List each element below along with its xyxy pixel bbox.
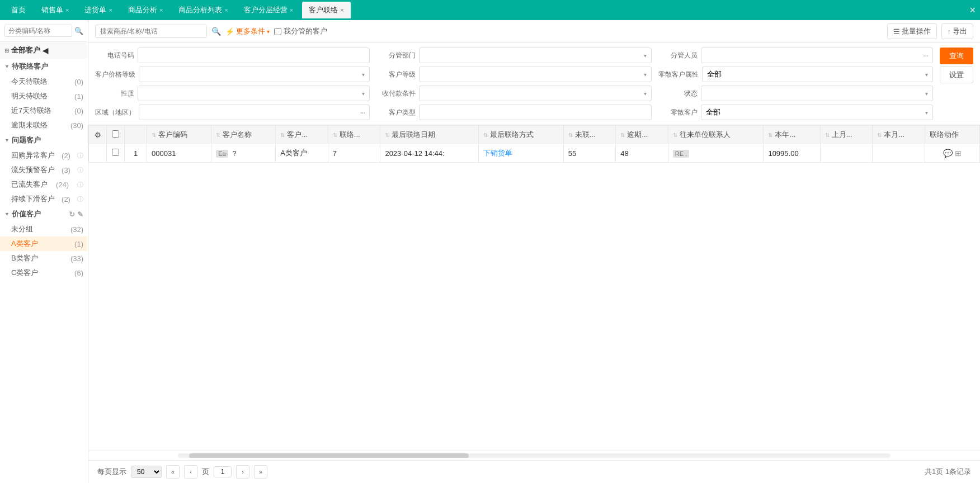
batch-op-button[interactable]: ☰ 批量操作 bbox=[887, 23, 937, 39]
phone-input[interactable] bbox=[138, 48, 370, 63]
no-contact-column-header[interactable]: ⇅未联... bbox=[563, 126, 616, 144]
sidebar-item-c-class[interactable]: C类客户 (6) bbox=[0, 266, 88, 280]
per-page-select[interactable]: 50 20 100 bbox=[131, 466, 162, 478]
sidebar-item-today[interactable]: 今天待联络 (0) bbox=[0, 74, 88, 89]
region-select[interactable]: ··· bbox=[139, 105, 370, 120]
payment-select[interactable]: ▾ bbox=[419, 86, 651, 101]
horizontal-scrollbar[interactable] bbox=[88, 451, 980, 460]
chat-action-icon[interactable]: 💬 bbox=[943, 149, 953, 158]
this-month-column-header[interactable]: ⇅本月... bbox=[873, 126, 925, 144]
sidebar-item-repurchase-abnormal[interactable]: 回购异常客户 (2) ⓘ bbox=[0, 148, 88, 163]
this-year-column-header[interactable]: ⇅本年... bbox=[764, 126, 820, 144]
region-dots: ··· bbox=[360, 108, 365, 117]
unit-contact-column-header[interactable]: ⇅往来单位联系人 bbox=[668, 126, 764, 144]
sidebar-item-ungrouped[interactable]: 未分组 (32) bbox=[0, 222, 88, 236]
refresh-icon[interactable]: ↻ bbox=[69, 210, 75, 219]
close-customer-contact-tab[interactable]: × bbox=[340, 7, 343, 13]
scatter-label: 零散客户 bbox=[658, 108, 698, 117]
sidebar-item-week[interactable]: 近7天待联络 (0) bbox=[0, 103, 88, 118]
filter-row-4: 区域（地区） ··· 客户类型 零散客户 bbox=[95, 105, 933, 120]
main-search-input[interactable] bbox=[95, 25, 207, 38]
manager-select[interactable]: ··· bbox=[701, 48, 933, 63]
export-button[interactable]: ↑ 导出 bbox=[941, 23, 974, 39]
tab-goods-analysis[interactable]: 商品分析 × bbox=[121, 2, 169, 18]
home-tab[interactable]: 首页 bbox=[4, 2, 32, 18]
edit-icon[interactable]: ✎ bbox=[77, 210, 83, 219]
close-sales-tab[interactable]: × bbox=[65, 7, 69, 13]
close-customer-segment-tab[interactable]: × bbox=[290, 7, 293, 13]
next-page-button[interactable]: › bbox=[236, 465, 249, 479]
payment-label: 收付款条件 bbox=[376, 89, 416, 98]
nature-label: 性质 bbox=[95, 89, 134, 98]
dept-label: 分管部门 bbox=[376, 51, 416, 60]
close-purchase-tab[interactable]: × bbox=[109, 7, 112, 13]
nature-select[interactable]: ▾ bbox=[138, 86, 370, 101]
content-area: 🔍 ⚡ 更多条件 ▾ 我分管的客户 ☰ 批量操作 ↑ 导出 bbox=[88, 20, 980, 483]
sidebar-search-input[interactable] bbox=[4, 25, 72, 37]
overdue-column-header[interactable]: ⇅逾期... bbox=[616, 126, 668, 144]
row-select-checkbox[interactable] bbox=[112, 149, 119, 156]
last-page-button[interactable]: » bbox=[254, 465, 267, 479]
last-month-column-header[interactable]: ⇅上月... bbox=[820, 126, 873, 144]
sidebar-item-a-class[interactable]: A类客户 (1) bbox=[0, 236, 88, 251]
filter-field-dept: 分管部门 ▾ bbox=[376, 48, 651, 63]
scatter-attr-select[interactable]: 全部 ▾ bbox=[702, 67, 933, 82]
export-icon: ↑ bbox=[948, 27, 951, 36]
tab-goods-analysis-list[interactable]: 商品分析列表 × bbox=[172, 2, 234, 18]
name-column-header[interactable]: ⇅客户名称 bbox=[211, 126, 276, 144]
sidebar-all-customers[interactable]: ⊞ 全部客户 ◀ bbox=[0, 42, 88, 59]
row-checkbox[interactable] bbox=[107, 144, 125, 163]
sidebar-item-b-class[interactable]: B类客户 (33) bbox=[0, 251, 88, 266]
tab-customer-contact[interactable]: 客户联络 × bbox=[302, 2, 350, 18]
tab-customer-segment[interactable]: 客户分层经营 × bbox=[237, 2, 300, 18]
sidebar-item-churn-warning[interactable]: 流失预警客户 (3) ⓘ bbox=[0, 163, 88, 177]
sidebar-collapse-icon[interactable]: ◀ bbox=[43, 46, 48, 55]
page-number-input[interactable] bbox=[214, 466, 232, 477]
scatter-select[interactable]: 全部 ▾ bbox=[701, 105, 933, 120]
select-all-checkbox[interactable] bbox=[112, 130, 119, 138]
gear-column-header[interactable]: ⚙ bbox=[89, 126, 107, 144]
status-label: 状态 bbox=[658, 89, 698, 98]
customer-level-label: 客户等级 bbox=[376, 70, 416, 79]
price-level-select[interactable]: ▾ bbox=[139, 67, 370, 82]
code-column-header[interactable]: ⇅客户编码 bbox=[147, 126, 211, 144]
tab-purchase[interactable]: 进货单 × bbox=[78, 2, 119, 18]
more-filters-button[interactable]: ⚡ 更多条件 ▾ bbox=[225, 26, 270, 36]
customer-type-input[interactable] bbox=[419, 105, 651, 120]
window-close-button[interactable]: × bbox=[969, 4, 976, 16]
sidebar-group-problem[interactable]: ▼ 问题客户 bbox=[0, 132, 88, 148]
first-page-button[interactable]: « bbox=[166, 465, 180, 479]
sidebar-group-pending[interactable]: ▼ 待联络客户 bbox=[0, 59, 88, 74]
sidebar-search-icon[interactable]: 🔍 bbox=[74, 27, 83, 35]
scroll-thumb[interactable] bbox=[189, 453, 469, 458]
scatter-chevron: ▾ bbox=[925, 110, 928, 116]
checkbox-column-header[interactable] bbox=[107, 126, 125, 144]
sidebar-item-declining[interactable]: 持续下滑客户 (2) ⓘ bbox=[0, 192, 88, 206]
close-goods-analysis-list-tab[interactable]: × bbox=[224, 7, 228, 13]
close-goods-analysis-tab[interactable]: × bbox=[159, 7, 163, 13]
status-select[interactable]: ▾ bbox=[701, 86, 933, 101]
last-contact-link[interactable]: 下销货单 bbox=[483, 149, 512, 157]
problem-triangle-icon: ▼ bbox=[4, 138, 10, 143]
sidebar-group-value[interactable]: ▼ 价值客户 ↻ ✎ bbox=[0, 206, 88, 222]
prev-page-button[interactable]: ‹ bbox=[184, 465, 197, 479]
last-contact-date-column-header[interactable]: ⇅最后联络日期 bbox=[380, 126, 478, 144]
grid-action-icon[interactable]: ⊞ bbox=[955, 149, 962, 158]
last-contact-method-column-header[interactable]: ⇅最后联络方式 bbox=[478, 126, 563, 144]
sidebar-item-churned[interactable]: 已流失客户 (24) ⓘ bbox=[0, 177, 88, 192]
main-search-button[interactable]: 🔍 bbox=[211, 27, 221, 36]
category-column-header[interactable]: ⇅客户... bbox=[276, 126, 328, 144]
dept-select[interactable]: ▾ bbox=[419, 48, 651, 63]
my-customers-checkbox-label[interactable]: 我分管的客户 bbox=[274, 26, 327, 36]
settings-button[interactable]: 设置 bbox=[940, 67, 973, 83]
filter-bar: 🔍 ⚡ 更多条件 ▾ 我分管的客户 ☰ 批量操作 ↑ 导出 bbox=[88, 20, 980, 43]
sidebar-item-overdue[interactable]: 逾期未联络 (30) bbox=[0, 118, 88, 132]
row-gear bbox=[89, 144, 107, 163]
query-button[interactable]: 查询 bbox=[940, 48, 973, 64]
contact-column-header[interactable]: ⇅联络... bbox=[328, 126, 380, 144]
sidebar-item-tomorrow[interactable]: 明天待联络 (1) bbox=[0, 89, 88, 103]
row-last-contact-method[interactable]: 下销货单 bbox=[478, 144, 563, 163]
my-customers-checkbox[interactable] bbox=[274, 28, 281, 35]
customer-level-select[interactable]: ▾ bbox=[419, 67, 651, 82]
tab-sales[interactable]: 销售单 × bbox=[35, 2, 76, 18]
